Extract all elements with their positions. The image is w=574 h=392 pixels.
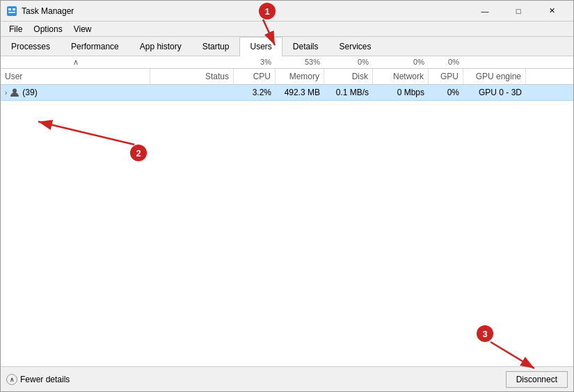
tab-services[interactable]: Services	[329, 37, 382, 56]
expand-arrow-icon[interactable]: ›	[5, 89, 7, 97]
table-row[interactable]: › (39) 3.2% 492.3 MB 0.1 MB/s 0 Mbps	[1, 85, 573, 101]
fewer-details-label: Fewer details	[20, 375, 70, 384]
status-cell	[150, 85, 234, 100]
tab-app-history[interactable]: App history	[129, 37, 192, 56]
menu-options[interactable]: Options	[28, 23, 67, 35]
table-header: User Status CPU Memory Disk Network GPU …	[1, 69, 573, 85]
status-col-spacer	[150, 56, 234, 68]
disconnect-button[interactable]: Disconnect	[506, 371, 568, 388]
gpu-engine-cell: GPU 0 - 3D	[463, 85, 526, 100]
menu-file[interactable]: File	[3, 23, 28, 35]
table-container: ∧ 3% 53% 0% 0% 0% User Status CPU Memory…	[1, 56, 573, 366]
tab-startup[interactable]: Startup	[192, 37, 240, 56]
col-network[interactable]: Network	[373, 69, 429, 84]
col-user[interactable]: User	[1, 69, 150, 84]
user-count: (39)	[22, 88, 37, 97]
svg-point-4	[13, 89, 17, 93]
column-header-top: ∧ 3% 53% 0% 0% 0%	[1, 56, 573, 69]
cpu-pct: 3%	[234, 56, 276, 68]
svg-rect-0	[7, 6, 17, 16]
disk-pct: 0%	[324, 56, 373, 68]
content-area: ∧ 3% 53% 0% 0% 0% User Status CPU Memory…	[1, 56, 573, 391]
title-bar: Task Manager — □ ✕	[1, 1, 573, 22]
cpu-cell: 3.2%	[234, 85, 276, 100]
col-gpu-engine[interactable]: GPU engine	[463, 69, 526, 84]
col-gpu[interactable]: GPU	[429, 69, 463, 84]
user-cell[interactable]: › (39)	[1, 85, 150, 100]
svg-rect-1	[8, 8, 11, 10]
maximize-button[interactable]: □	[502, 1, 534, 21]
chevron-up-icon: ∧	[6, 374, 17, 385]
col-status[interactable]: Status	[150, 69, 234, 84]
close-button[interactable]: ✕	[536, 1, 568, 21]
tab-users[interactable]: Users	[239, 37, 282, 56]
col-memory[interactable]: Memory	[276, 69, 324, 84]
menu-bar: File Options View	[1, 22, 573, 37]
tab-performance[interactable]: Performance	[61, 37, 129, 56]
mem-pct: 53%	[276, 56, 324, 68]
tab-details[interactable]: Details	[282, 37, 329, 56]
tab-bar: Processes Performance App history Startu…	[1, 37, 573, 56]
network-cell: 0 Mbps	[373, 85, 429, 100]
svg-rect-3	[8, 12, 15, 13]
gpu-pct: 0%	[429, 56, 463, 68]
tab-processes[interactable]: Processes	[1, 37, 61, 56]
menu-view[interactable]: View	[68, 23, 97, 35]
gpu-cell: 0%	[429, 85, 463, 100]
disk-cell: 0.1 MB/s	[324, 85, 373, 100]
bottom-bar: ∧ Fewer details Disconnect	[1, 366, 573, 391]
window-title: Task Manager	[22, 6, 469, 16]
minimize-button[interactable]: —	[469, 1, 501, 21]
sort-arrow[interactable]: ∧	[1, 56, 150, 68]
fewer-details-button[interactable]: ∧ Fewer details	[6, 374, 70, 385]
user-icon	[10, 88, 19, 97]
col-cpu[interactable]: CPU	[234, 69, 276, 84]
gpu-engine-spacer	[463, 56, 526, 68]
app-icon	[6, 6, 17, 17]
window-controls: — □ ✕	[469, 1, 568, 21]
net-pct: 0%	[373, 56, 429, 68]
col-disk[interactable]: Disk	[324, 69, 373, 84]
memory-cell: 492.3 MB	[276, 85, 324, 100]
svg-rect-2	[13, 8, 15, 10]
